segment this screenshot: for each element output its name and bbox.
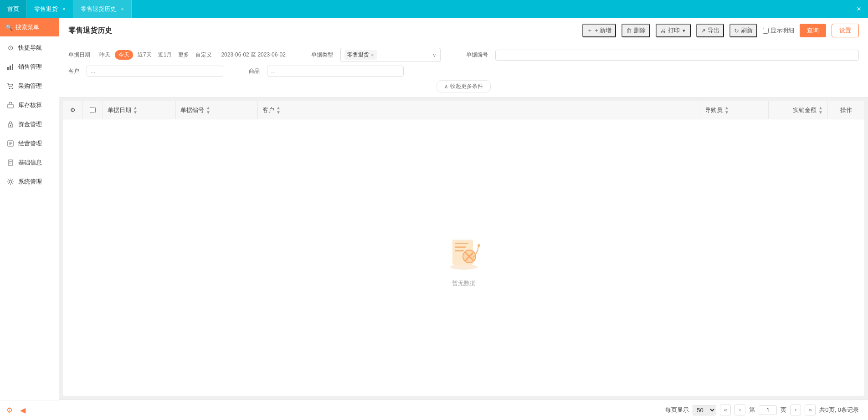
go-label: 第 (749, 406, 755, 414)
tab-retail-return-history[interactable]: 零售退货历史 × (73, 0, 132, 18)
th-bill-date-label: 单据日期 (108, 106, 131, 114)
show-detail-checkbox[interactable]: 显示明细 (763, 26, 794, 35)
svg-rect-15 (455, 250, 464, 251)
sidebar-bottom: ⚙ ◀ (0, 400, 59, 420)
date-opt-yesterday[interactable]: 昨天 (98, 50, 112, 60)
query-button[interactable]: 查询 (800, 24, 826, 37)
date-opt-custom[interactable]: 自定义 (194, 50, 214, 60)
bill-type-chevron-icon: ∨ (432, 52, 437, 58)
delete-button[interactable]: 🗑 删除 (621, 24, 650, 37)
page-size-label: 每页显示 (665, 406, 689, 414)
collapse-button[interactable]: ∧ 收起更多条件 (437, 80, 491, 92)
empty-state: 暂无数据 (63, 119, 864, 396)
svg-point-4 (12, 88, 13, 89)
export-label: 导出 (708, 26, 719, 35)
svg-rect-2 (12, 64, 13, 70)
bill-date-label: 单据日期 (68, 51, 90, 59)
svg-point-11 (450, 264, 478, 270)
empty-illustration (441, 228, 487, 274)
svg-point-19 (478, 244, 480, 247)
sidebar-item-basic-info[interactable]: 基础信息 (0, 153, 59, 172)
finance-icon (6, 120, 15, 128)
tab-home[interactable]: 首页 (0, 0, 27, 18)
th-guide[interactable]: 导购员 ▲▼ (700, 101, 769, 119)
print-label: 打印 (668, 26, 680, 35)
date-range-display: 2023-06-02 至 2023-06-02 (221, 51, 285, 59)
sidebar-item-sales-mgmt[interactable]: 销售管理 (0, 57, 59, 77)
search-icon: 🔍 (5, 24, 13, 31)
setting-button[interactable]: 设置 (832, 24, 859, 37)
date-options: 昨天 今天 近7天 近1月 更多 自定义 (98, 50, 214, 60)
sidebar-item-finance-label: 资金管理 (18, 120, 42, 128)
sidebar-item-sales-mgmt-label: 销售管理 (18, 63, 42, 71)
new-label: + 新增 (595, 26, 611, 35)
print-chevron-icon: ▼ (682, 28, 686, 33)
sidebar-item-system[interactable]: 系统管理 (0, 172, 59, 191)
svg-rect-13 (455, 243, 468, 244)
svg-point-10 (9, 180, 12, 183)
first-page-button[interactable]: « (720, 405, 731, 415)
tab-retail-return-close[interactable]: × (62, 6, 66, 12)
th-bill-no[interactable]: 单据编号 ▲▼ (176, 101, 258, 119)
sidebar-item-operations[interactable]: 经营管理 (0, 134, 59, 153)
page-size-select[interactable]: 50 10 20 100 (693, 405, 716, 415)
sidebar-item-purchase-mgmt[interactable]: 采购管理 (0, 77, 59, 96)
window-close-button[interactable]: × (850, 0, 868, 18)
th-bill-no-label: 单据编号 (180, 106, 204, 114)
customer-placeholder: ... (91, 68, 95, 74)
amount-sort-icon: ▲▼ (818, 106, 823, 115)
date-opt-1month[interactable]: 近1月 (156, 50, 174, 60)
current-page-input[interactable] (759, 405, 777, 415)
svg-rect-9 (8, 160, 13, 165)
refresh-button[interactable]: ↻ 刷新 (729, 24, 757, 37)
bill-type-tag-close[interactable]: × (371, 52, 374, 58)
th-ops-label: 操作 (840, 106, 852, 114)
system-icon (6, 178, 15, 186)
print-button[interactable]: 🖨 打印 ▼ (656, 24, 691, 37)
th-customer[interactable]: 客户 ▲▼ (258, 101, 700, 119)
next-page-button[interactable]: › (790, 405, 801, 415)
th-settings[interactable]: ⚙ (63, 101, 83, 119)
th-customer-label: 客户 (262, 106, 274, 114)
sidebar-item-purchase-mgmt-label: 采购管理 (18, 82, 42, 90)
print-icon: 🖨 (660, 27, 666, 34)
show-detail-label: 显示明细 (770, 26, 794, 35)
tab-retail-return-history-close[interactable]: × (121, 6, 124, 12)
th-checkbox[interactable] (83, 101, 103, 119)
sidebar-item-quick-nav[interactable]: ⊙ 快捷导航 (0, 38, 59, 57)
delete-label: 删除 (634, 26, 646, 35)
th-amount[interactable]: 实销金额 ▲▼ (769, 101, 828, 119)
settings-bottom-icon[interactable]: ⚙ (6, 406, 13, 415)
bill-no-input[interactable] (495, 50, 859, 61)
prev-page-button[interactable]: ‹ (734, 405, 745, 415)
last-page-button[interactable]: » (805, 405, 816, 415)
top-bar: 首页 零售退货 × 零售退货历史 × × (0, 0, 868, 18)
th-bill-date[interactable]: 单据日期 ▲▼ (103, 101, 176, 119)
sidebar-item-inventory-label: 库存核算 (18, 101, 42, 109)
bill-type-select[interactable]: 零售退货 × ∨ (340, 48, 441, 62)
basic-info-icon (6, 159, 15, 167)
bill-no-sort-icon: ▲▼ (206, 106, 211, 115)
goods-select[interactable]: ... (267, 66, 404, 77)
new-button[interactable]: ＋ + 新增 (582, 24, 616, 37)
export-button[interactable]: ↗ 导出 (696, 24, 724, 37)
th-guide-label: 导购员 (705, 106, 723, 114)
svg-rect-14 (455, 246, 466, 248)
select-all-checkbox[interactable] (90, 107, 96, 113)
svg-rect-1 (10, 66, 11, 70)
table-container: ⚙ 单据日期 ▲▼ 单据编号 ▲▼ 客户 ▲▼ 导购员 (63, 101, 864, 396)
date-opt-today[interactable]: 今天 (115, 50, 133, 60)
show-detail-input[interactable] (763, 28, 769, 34)
customer-select[interactable]: ... (87, 66, 223, 77)
tab-list: 首页 零售退货 × 零售退货历史 × (0, 0, 850, 18)
tab-retail-return[interactable]: 零售退货 × (27, 0, 73, 18)
date-opt-more[interactable]: 更多 (176, 50, 191, 60)
new-icon: ＋ (587, 26, 593, 35)
sidebar-search[interactable]: 🔍 搜索菜单 (0, 18, 59, 36)
date-opt-7days[interactable]: 近7天 (136, 50, 154, 60)
purchase-mgmt-icon (6, 82, 15, 90)
tab-retail-return-history-label: 零售退货历史 (81, 5, 116, 13)
collapse-sidebar-icon[interactable]: ◀ (20, 406, 26, 415)
sidebar-item-finance[interactable]: 资金管理 (0, 115, 59, 134)
sidebar-item-inventory[interactable]: 库存核算 (0, 96, 59, 115)
